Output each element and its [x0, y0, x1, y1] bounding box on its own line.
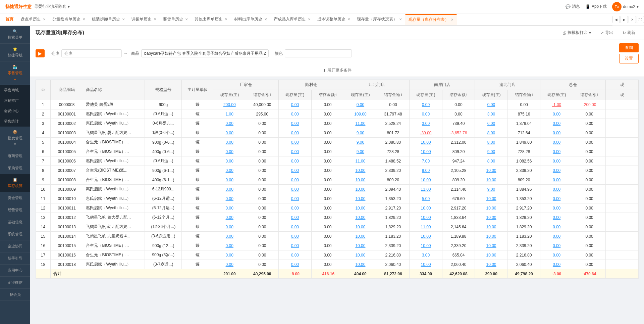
jiangbei-amt-info-icon[interactable]: ℹ — [401, 93, 402, 97]
nav-close-all-btn[interactable]: ✕ — [629, 16, 636, 23]
sidebar-basic-info-label: 基础信息 — [8, 220, 22, 225]
cell-yubei-amt: 2,339.20 — [507, 241, 540, 250]
user-profile[interactable]: Ea demo2 ▾ — [612, 2, 639, 11]
refresh-btn[interactable]: ↻ 刷新 — [619, 29, 639, 37]
nanan-amt-info-icon[interactable]: ℹ — [466, 93, 468, 97]
product-input[interactable] — [141, 49, 269, 57]
sidebar-item-financial-mgmt[interactable]: 资金管理 — [0, 192, 30, 204]
sidebar-item-basic-info[interactable]: 基础信息 — [0, 216, 30, 228]
cell-yubei-qty: 10.00 — [475, 166, 508, 175]
close-tab-inventory-single[interactable]: ✕ — [43, 17, 46, 21]
sidebar-item-system-mgmt[interactable]: 系统管理 — [0, 228, 30, 240]
sidebar-item-procurement-mgmt[interactable]: 采购管理 — [0, 162, 30, 174]
settings-btn[interactable]: 设置 — [619, 54, 639, 63]
close-tab-transfer-history[interactable]: ✕ — [154, 17, 156, 21]
close-tab-order-history[interactable]: ✕ — [185, 17, 188, 21]
close-tab-partial-inventory[interactable]: ✕ — [83, 17, 85, 21]
close-tab-stock-dist[interactable]: ✕ — [451, 18, 453, 21]
nav-tabs-bar: 首页 盘点单历史 ✕ 分量盘点单历史 ✕ 组装拆卸单历史 ✕ 调拨单历史 ✕ 要… — [0, 13, 644, 26]
close-tab-product-in[interactable]: ✕ — [308, 17, 311, 21]
tab-stock-dist[interactable]: 现存量（库存分布表） ✕ — [405, 14, 457, 25]
search-row: ▶ 仓库 ··· 商品 颜色 查询 设置 — [36, 43, 639, 63]
close-tab-other-out[interactable]: ✕ — [225, 17, 227, 21]
main-layout: 🔍 搜索英单 ⭐ 快捷导航 🏪 零售管理 ▴ 零售商城 营销推广 会员中心 零售… — [0, 26, 644, 324]
cell-factory-amt: 0.00 — [246, 119, 279, 128]
tab-transfer-history[interactable]: 调拨单历史 ✕ — [128, 14, 160, 25]
total-amt-info-icon[interactable]: ℹ — [597, 93, 598, 97]
cell-yubei-qty: 8.00 — [475, 156, 508, 166]
sidebar-item-retail-stats[interactable]: 零售统计 — [0, 116, 30, 127]
sidebar-quick-nav-label: 快捷导航 — [8, 53, 22, 58]
close-tab-cost-adjust[interactable]: ✕ — [347, 17, 350, 21]
sidebar-item-search[interactable]: 🔍 搜索英单 — [0, 26, 30, 44]
sidebar-item-member-center[interactable]: 会员中心 — [0, 106, 30, 116]
sidebar-item-retail-mgmt[interactable]: 🏪 零售管理 ▴ — [0, 61, 30, 85]
sidebar-item-enterprise-collab[interactable]: 企业协同 — [0, 240, 30, 252]
sidebar-wholesale-mgmt-label: 批发管理 — [8, 136, 22, 141]
tab-home[interactable]: 首页 — [1, 14, 17, 25]
nav-next-btn[interactable]: ▶ — [621, 16, 628, 23]
tab-material-out[interactable]: 材料出库单历史 ✕ — [231, 14, 270, 25]
expand-conditions-btn[interactable]: ⬇ 展开更多条件 — [323, 67, 352, 73]
sidebar-item-new-guide[interactable]: 新手引导 — [0, 252, 30, 265]
sum-yubei-qty: 390.00 — [475, 269, 508, 279]
table-summary-row: 合计 201.00 40,295.00 -8.00 -416.16 494.00… — [36, 269, 639, 279]
cell-nanan-amt: -3,652.76 — [442, 128, 475, 138]
table-row: 8 00100007 合生元(BIOSTIME)派... 900g (6-1..… — [36, 166, 639, 175]
query-btn[interactable]: 查询 — [619, 43, 639, 52]
cell-nanan-qty: 10.00 — [410, 241, 442, 250]
tab-inventory-single[interactable]: 盘点单历史 ✕ — [17, 14, 49, 25]
close-tab-material-out[interactable]: ✕ — [264, 17, 267, 21]
sidebar-procurement-mgmt-label: 采购管理 — [8, 166, 22, 171]
cell-factory-amt: 0.00 — [246, 138, 279, 147]
col-settings-icon[interactable]: ⚙ — [41, 88, 45, 92]
cell-factory-amt: 295.00 — [246, 109, 279, 119]
print-btn[interactable]: 🖨 按模板打印 ▾ — [559, 29, 594, 37]
export-btn[interactable]: ↗ 导出 — [597, 29, 616, 37]
mucun-amt-info-icon[interactable]: ℹ — [335, 93, 337, 97]
cell-code: 00100002 — [50, 119, 83, 128]
cell-unit: 罐 — [182, 194, 213, 203]
th-mucun-qty: 现存量(主) — [279, 90, 312, 100]
message-btn[interactable]: 💬 消息 — [566, 4, 580, 9]
tab-group-disassemble[interactable]: 组装拆卸单历史 ✕ — [89, 14, 128, 25]
cell-jiangbei-qty: 10.00 — [344, 241, 377, 250]
tab-other-out[interactable]: 其他出库单历史 ✕ — [191, 14, 231, 25]
sidebar-item-operations-mgmt[interactable]: 经营管理 — [0, 204, 30, 216]
table-row: 4 00100003 飞鹤星飞帆 婴儿配方奶... 1段(0-6个...) 罐 … — [36, 128, 639, 138]
tab-cost-adjust[interactable]: 成本调整单历史 ✕ — [314, 14, 354, 25]
sidebar-item-inventory-audit[interactable]: 📋 库存核算 — [0, 174, 30, 192]
close-tab-group-disassemble[interactable]: ✕ — [122, 17, 125, 21]
cell-unit: 罐 — [182, 100, 213, 109]
tab-order-history[interactable]: 要货单历史 ✕ — [160, 14, 191, 25]
tab-product-in[interactable]: 产成品入库单历史 ✕ — [270, 14, 314, 25]
cell-total-amt: 0.00 — [573, 156, 606, 166]
sidebar-item-retail-shop[interactable]: 零售商城 — [0, 85, 30, 95]
toggle-search-btn[interactable]: ▶ — [36, 49, 45, 57]
sidebar-item-app-center[interactable]: 应用中心 — [0, 265, 30, 277]
sidebar-item-quick-nav[interactable]: ⭐ 快捷导航 — [0, 44, 30, 61]
cell-jiangbei-amt: 2,216.80 — [377, 250, 410, 260]
close-tab-stock-status[interactable]: ✕ — [399, 17, 402, 21]
tab-cost-adjust-label: 成本调整单历史 — [317, 16, 345, 22]
factory-amt-info-icon[interactable]: ℹ — [270, 93, 271, 97]
tab-partial-inventory[interactable]: 分量盘点单历史 ✕ — [49, 14, 89, 25]
sidebar-item-member-app[interactable]: 畅会员 — [0, 289, 30, 301]
expand-icon: ⬇ — [323, 68, 326, 73]
nav-prev-btn[interactable]: ◀ — [612, 16, 620, 23]
tab-stock-status[interactable]: 现存量（库存状况表） ✕ — [354, 14, 405, 25]
table-row: 5 00100004 合生元（BIOSTIME）... 900g (0-6...… — [36, 138, 639, 147]
cell-unit: 罐 — [182, 241, 213, 250]
cell-name: 惠氏启赋（Wyeth illu...） — [83, 260, 145, 269]
sidebar-item-ecommerce-mgmt[interactable]: 电商管理 — [0, 150, 30, 162]
sidebar-item-marketing[interactable]: 营销推广 — [0, 95, 30, 106]
sidebar-system-mgmt-label: 系统管理 — [8, 232, 22, 237]
warehouse-input[interactable] — [61, 49, 122, 57]
sidebar-item-wholesale-mgmt[interactable]: 📦 批发管理 ▾ — [0, 127, 30, 150]
color-input[interactable] — [285, 49, 352, 57]
app-download-btn[interactable]: 📱 App下载 — [585, 4, 607, 9]
sidebar-item-enterprise-wechat[interactable]: 企业微信 — [0, 277, 30, 289]
yubei-amt-info-icon[interactable]: ℹ — [532, 93, 533, 97]
company-selector[interactable]: 母婴行业演示陈套 ▾ — [34, 4, 70, 9]
nav-expand-btn[interactable]: ⛶ — [637, 16, 644, 23]
